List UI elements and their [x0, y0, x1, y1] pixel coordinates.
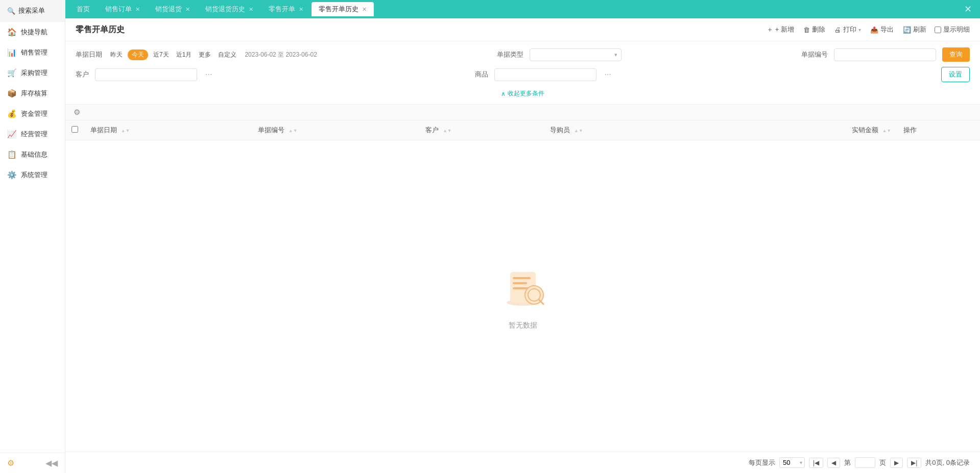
- next-page-button[interactable]: ▶: [890, 458, 903, 468]
- prev-page-button[interactable]: ◀: [827, 458, 840, 468]
- sidebar-bottom: ⚙ ◀◀: [0, 453, 65, 473]
- pagination: 每页显示 102050100 |◀ ◀ 第 1 页 ▶ ▶| 共0页, 0条记录: [65, 452, 980, 473]
- product-ellipsis-icon[interactable]: ···: [603, 70, 613, 79]
- table-settings-icon[interactable]: ⚙: [74, 108, 80, 116]
- header-actions: ＋ + 新增 🗑 删除 🖨 打印 ▾ 📤 导出 🔄: [766, 23, 970, 36]
- sidebar-collapse-icon[interactable]: ◀◀: [45, 458, 58, 468]
- add-button[interactable]: ＋ + 新增: [766, 23, 795, 36]
- empty-state-text: 暂无数据: [509, 321, 537, 330]
- sidebar-item-operations[interactable]: 📈经营管理: [0, 124, 65, 144]
- collapse-filter-button[interactable]: ∧ 收起更多条件: [76, 87, 970, 102]
- customer-ellipsis-icon[interactable]: ···: [203, 70, 214, 79]
- delete-icon: 🗑: [803, 26, 810, 34]
- tab-sales-return[interactable]: 销货退货✕: [148, 2, 197, 16]
- th-guide: 导购员 ▲▼: [544, 120, 690, 140]
- tab-close-retail-open[interactable]: ✕: [299, 6, 303, 13]
- tab-close-sales-return[interactable]: ✕: [185, 6, 190, 13]
- sidebar-label-operations: 经营管理: [21, 130, 47, 139]
- tab-close-retail-open-history[interactable]: ✕: [362, 6, 367, 13]
- select-all-checkbox[interactable]: [71, 126, 78, 133]
- delete-button[interactable]: 🗑 删除: [802, 23, 826, 36]
- svg-rect-3: [513, 282, 527, 284]
- sidebar-item-quick-nav[interactable]: 🏠快捷导航: [0, 22, 65, 42]
- sidebar-item-sys-mgmt[interactable]: ⚙️系统管理: [0, 165, 65, 185]
- tab-label-sales-return-history: 销货退货历史: [205, 5, 245, 14]
- tab-sales-order[interactable]: 销售订单✕: [98, 2, 147, 16]
- empty-state: 暂无数据: [65, 140, 980, 452]
- table-section: ⚙ 单据日期 ▲▼ 单据编号 ▲▼: [65, 105, 980, 452]
- date-opt-last_month[interactable]: 近1月: [174, 49, 194, 60]
- data-table: 单据日期 ▲▼ 单据编号 ▲▼ 客户 ▲▼ 导购员: [65, 120, 980, 140]
- filter-row-1: 单据日期 昨天今天近7天近1月更多自定义 2023-06-02 至 2023-0…: [76, 47, 970, 62]
- th-ops: 操作: [897, 120, 980, 140]
- sort-arrows-date[interactable]: ▲▼: [121, 129, 130, 133]
- page-input[interactable]: 1: [855, 457, 875, 468]
- filter-section: 单据日期 昨天今天近7天近1月更多自定义 2023-06-02 至 2023-0…: [65, 41, 980, 105]
- sort-arrows-amount[interactable]: ▲▼: [882, 129, 891, 133]
- doc-type-select[interactable]: [530, 48, 622, 61]
- sort-arrows-no[interactable]: ▲▼: [289, 129, 298, 133]
- date-opt-custom[interactable]: 自定义: [216, 49, 238, 60]
- sidebar-item-inventory[interactable]: 📦库存核算: [0, 83, 65, 104]
- date-label: 单据日期: [76, 50, 102, 59]
- page-size-select[interactable]: 102050100: [779, 457, 805, 468]
- filter-row-2: 客户 ··· 商品 ··· 设置: [76, 67, 970, 82]
- date-opt-more[interactable]: 更多: [197, 49, 213, 60]
- sidebar-label-finance: 资金管理: [21, 109, 47, 118]
- date-options: 昨天今天近7天近1月更多自定义: [108, 49, 238, 60]
- date-opt-today[interactable]: 今天: [128, 49, 148, 60]
- export-button[interactable]: 📤 导出: [869, 23, 895, 36]
- display-detail-checkbox[interactable]: 显示明细: [935, 25, 970, 34]
- date-opt-yesterday[interactable]: 昨天: [108, 49, 125, 60]
- last-page-button[interactable]: ▶|: [907, 458, 921, 468]
- sidebar-label-basic-info: 基础信息: [21, 150, 47, 159]
- query-button[interactable]: 查询: [942, 47, 970, 62]
- display-detail-input[interactable]: [935, 27, 941, 33]
- sidebar-icon-operations: 📈: [7, 130, 17, 139]
- th-amount: 实销金额 ▲▼: [730, 120, 897, 140]
- page-header: 零售开单历史 ＋ + 新增 🗑 删除 🖨 打印 ▾ 📤 导出: [65, 18, 980, 41]
- first-page-button[interactable]: |◀: [809, 458, 823, 468]
- per-page-label: 每页显示: [749, 458, 775, 467]
- print-button[interactable]: 🖨 打印 ▾: [833, 23, 862, 36]
- search-icon: 🔍: [7, 7, 15, 15]
- sidebar-item-purchase-mgmt[interactable]: 🛒采购管理: [0, 63, 65, 83]
- sidebar-label-purchase-mgmt: 采购管理: [21, 68, 47, 78]
- tab-label-home: 首页: [77, 5, 90, 14]
- date-opt-last7[interactable]: 近7天: [151, 49, 171, 60]
- add-icon: ＋: [767, 25, 773, 34]
- page-title: 零售开单历史: [76, 24, 125, 35]
- sidebar-icon-sys-mgmt: ⚙️: [7, 170, 17, 180]
- date-range: 2023-06-02 至 2023-06-02: [245, 51, 317, 59]
- sort-arrows-customer[interactable]: ▲▼: [443, 129, 452, 133]
- sort-arrows-guide[interactable]: ▲▼: [574, 129, 583, 133]
- tab-retail-open[interactable]: 零售开单✕: [261, 2, 310, 16]
- refresh-button[interactable]: 🔄 刷新: [902, 23, 927, 36]
- doc-no-label: 单据编号: [801, 50, 828, 59]
- page-size-wrapper: 102050100: [779, 457, 805, 468]
- sidebar-gear-icon[interactable]: ⚙: [7, 458, 14, 468]
- sidebar-label-sys-mgmt: 系统管理: [21, 170, 47, 180]
- window-close-button[interactable]: ✕: [960, 4, 976, 15]
- sidebar-search[interactable]: 🔍 搜索采单: [0, 0, 65, 22]
- tab-close-sales-order[interactable]: ✕: [135, 6, 140, 13]
- collapse-arrow-icon: ∧: [501, 90, 506, 97]
- sidebar-icon-quick-nav: 🏠: [7, 28, 17, 37]
- doc-no-input[interactable]: [834, 48, 936, 61]
- sidebar-icon-inventory: 📦: [7, 89, 17, 98]
- tab-close-sales-return-history[interactable]: ✕: [249, 6, 253, 13]
- tab-retail-open-history[interactable]: 零售开单历史✕: [312, 2, 374, 16]
- customer-input[interactable]: [95, 68, 197, 81]
- th-spacer: [690, 120, 730, 140]
- sidebar-item-finance[interactable]: 💰资金管理: [0, 104, 65, 124]
- product-input[interactable]: [494, 68, 596, 81]
- th-no: 单据编号 ▲▼: [252, 120, 419, 140]
- doc-type-select-wrapper: [530, 48, 622, 61]
- tabs-bar: 首页销售订单✕销货退货✕销货退货历史✕零售开单✕零售开单历史✕ ✕: [65, 0, 980, 18]
- main-area: 首页销售订单✕销货退货✕销货退货历史✕零售开单✕零售开单历史✕ ✕ 零售开单历史…: [65, 0, 980, 473]
- tab-home[interactable]: 首页: [69, 2, 97, 16]
- sidebar-item-basic-info[interactable]: 📋基础信息: [0, 144, 65, 165]
- tab-sales-return-history[interactable]: 销货退货历史✕: [198, 2, 260, 16]
- sidebar-item-sales-mgmt[interactable]: 📊销售管理: [0, 42, 65, 63]
- settings-button[interactable]: 设置: [941, 67, 970, 82]
